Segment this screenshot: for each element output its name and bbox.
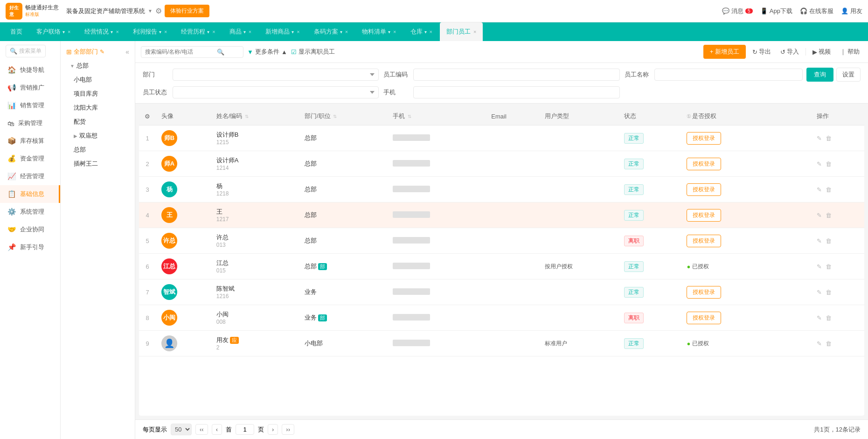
page-number-input[interactable]	[236, 424, 254, 435]
collapse-btn[interactable]: «	[125, 48, 129, 56]
col-phone[interactable]: 手机 ⇅	[387, 107, 486, 125]
tab-profit[interactable]: 利润报告 ▾ ×	[126, 22, 174, 41]
edit-icon[interactable]: ✎	[817, 289, 822, 296]
edit-icon[interactable]: ✎	[817, 186, 822, 193]
sort-phone-icon[interactable]: ⇅	[408, 114, 411, 119]
cell-auth[interactable]: 授权登录	[681, 202, 774, 228]
import-btn[interactable]: ↺ 导入	[778, 46, 802, 58]
sidebar-item-guide[interactable]: 📌 新手引导	[0, 238, 60, 256]
filter-name-input[interactable]	[654, 69, 803, 81]
cell-auth[interactable]: 授权登录	[681, 228, 774, 254]
sidebar-item-collab[interactable]: 🤝 企业协同	[0, 221, 60, 238]
sidebar-item-purchase[interactable]: 🛍 采购管理	[0, 114, 60, 132]
view-btn[interactable]: ▶ 视频	[810, 46, 833, 58]
sort-dept-icon[interactable]: ⇅	[333, 114, 337, 119]
message-btn[interactable]: 💬 消息 5	[722, 7, 753, 15]
auth-login-btn[interactable]: 授权登录	[687, 286, 721, 299]
tab-customer[interactable]: 客户联络 ▾ ×	[30, 22, 77, 41]
sidebar-item-nav[interactable]: 🏠 快捷导航	[0, 61, 60, 79]
auth-login-btn[interactable]: 授权登录	[687, 183, 721, 196]
prev-page-btn[interactable]: ‹	[212, 424, 222, 435]
filter-code-input[interactable]	[413, 69, 619, 81]
dept-edit-icon[interactable]: ✎	[100, 49, 104, 55]
cell-auth[interactable]: 授权登录	[681, 177, 774, 202]
delete-icon[interactable]: 🗑	[826, 212, 832, 219]
cell-auth[interactable]: 授权登录	[681, 305, 774, 331]
sidebar-item-business[interactable]: 📈 经营管理	[0, 167, 60, 185]
add-employee-button[interactable]: + 新增员工	[703, 45, 746, 59]
sidebar-item-marketing[interactable]: 📢 营销推广	[0, 79, 60, 97]
trial-button[interactable]: 体验行业方案	[165, 5, 209, 17]
cell-auth[interactable]: 授权登录	[681, 279, 774, 305]
col-dept[interactable]: 部门/职位 ⇅	[299, 107, 387, 125]
query-button[interactable]: 查询	[806, 68, 833, 82]
delete-icon[interactable]: 🗑	[826, 340, 832, 347]
col-settings[interactable]: ⚙	[139, 107, 156, 125]
dept-item-shenyang[interactable]: 沈阳大库	[61, 101, 135, 115]
sidebar-search[interactable]: 🔍 搜索菜单	[0, 41, 60, 61]
dept-item-peihuo[interactable]: 配货	[61, 115, 135, 129]
user-btn[interactable]: 👤 用友	[841, 7, 862, 15]
dept-item-zongbu-sub[interactable]: 总部	[61, 143, 135, 157]
dept-item-xiaodiandu[interactable]: 小电部	[61, 73, 135, 87]
search-input[interactable]	[145, 49, 215, 55]
dept-item-zongbu-root[interactable]: ▼ 总部	[61, 59, 135, 73]
tab-goods[interactable]: 商品 ▾ ×	[223, 22, 258, 41]
auth-login-btn[interactable]: 授权登录	[687, 312, 721, 324]
system-dropdown-icon[interactable]: ▼	[148, 8, 153, 14]
last-page-btn[interactable]: ››	[282, 424, 294, 435]
sidebar-item-sales[interactable]: 📊 销售管理	[0, 97, 60, 114]
next-page-btn[interactable]: ›	[268, 424, 278, 435]
edit-icon[interactable]: ✎	[817, 263, 822, 270]
edit-icon[interactable]: ✎	[817, 340, 822, 347]
cell-auth[interactable]: 授权登录	[681, 151, 774, 177]
online-service-btn[interactable]: 🎧 在线客服	[800, 7, 833, 15]
tab-home[interactable]: 首页	[4, 22, 29, 41]
dept-item-shuangmiao[interactable]: ▶ 双庙想	[61, 129, 135, 143]
filter-status-select[interactable]	[173, 86, 379, 98]
per-page-select[interactable]: 50	[171, 424, 192, 435]
sidebar-item-basic[interactable]: 📋 基础信息	[0, 185, 60, 203]
filter-dept-select[interactable]	[173, 69, 379, 81]
tab-history[interactable]: 经营历程 ▾ ×	[174, 22, 222, 41]
delete-icon[interactable]: 🗑	[826, 289, 832, 296]
edit-icon[interactable]: ✎	[817, 135, 822, 142]
search-icon2[interactable]: 🔍	[217, 49, 224, 56]
app-download-btn[interactable]: 📱 App下载	[760, 7, 792, 15]
edit-icon[interactable]: ✎	[817, 160, 822, 167]
help-btn[interactable]: ｜ 帮助	[837, 46, 862, 58]
auth-login-btn[interactable]: 授权登录	[687, 209, 721, 222]
sidebar-item-inventory[interactable]: 📦 库存核算	[0, 132, 60, 150]
gear-icon[interactable]: ⚙	[155, 7, 162, 15]
delete-icon[interactable]: 🗑	[826, 186, 832, 193]
sidebar-item-finance[interactable]: 💰 资金管理	[0, 150, 60, 167]
tab-warehouse[interactable]: 仓库 ▾ ×	[404, 22, 439, 41]
more-filter-btn[interactable]: ▼ 更多条件 ▲	[247, 48, 287, 56]
auth-login-btn[interactable]: 授权登录	[687, 235, 721, 247]
tab-operation[interactable]: 经营情况 ▾ ×	[78, 22, 125, 41]
setting-button[interactable]: 设置	[836, 68, 861, 82]
first-page-btn[interactable]: ‹‹	[195, 424, 208, 435]
export-btn[interactable]: ↻ 导出	[750, 46, 774, 58]
tab-barcode[interactable]: 条码方案 ▾ ×	[307, 22, 354, 41]
settings-icon[interactable]: ⚙	[145, 113, 150, 120]
delete-icon[interactable]: 🗑	[826, 135, 832, 142]
delete-icon[interactable]: 🗑	[826, 314, 832, 321]
edit-icon[interactable]: ✎	[817, 314, 822, 321]
delete-icon[interactable]: 🗑	[826, 160, 832, 167]
show-resign-checkbox[interactable]: ☑ 显示离职员工	[291, 48, 335, 56]
sidebar-item-system[interactable]: ⚙️ 系统管理	[0, 203, 60, 221]
dept-item-project[interactable]: 项目库房	[61, 87, 135, 101]
edit-icon[interactable]: ✎	[817, 212, 822, 219]
edit-icon[interactable]: ✎	[817, 237, 822, 244]
filter-phone-input[interactable]	[413, 86, 619, 98]
col-name[interactable]: 姓名/编码 ⇅	[211, 107, 299, 125]
auth-login-btn[interactable]: 授权登录	[687, 158, 721, 170]
sort-name-icon[interactable]: ⇅	[245, 114, 249, 119]
dept-item-chashuwang[interactable]: 插树王二	[61, 157, 135, 171]
delete-icon[interactable]: 🗑	[826, 237, 832, 244]
delete-icon[interactable]: 🗑	[826, 263, 832, 270]
auth-login-btn[interactable]: 授权登录	[687, 132, 721, 145]
tab-bom[interactable]: 物料清单 ▾ ×	[355, 22, 403, 41]
search-box[interactable]: 🔍	[141, 46, 243, 58]
